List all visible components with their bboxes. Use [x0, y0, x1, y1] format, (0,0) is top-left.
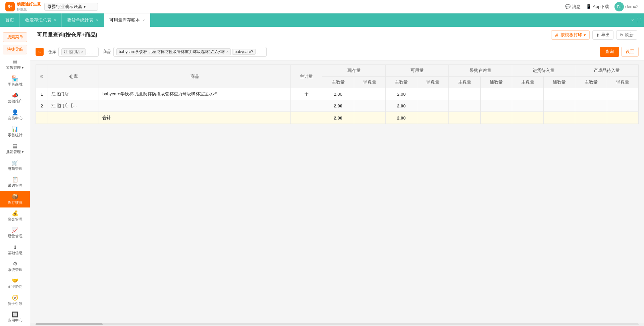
message-btn[interactable]: 💬 消息 — [565, 4, 581, 10]
export-btn[interactable]: ⬆ 导出 — [592, 30, 613, 40]
product-more[interactable]: ... — [257, 49, 263, 55]
warehouse-tag-close[interactable]: × — [81, 50, 83, 54]
row1-prodp-main — [575, 88, 607, 100]
filter-expand-btn[interactable]: » — [36, 48, 44, 56]
main-layout: 搜索菜单 快捷导航 ▤ 零售管理 ▾ 🏪 零售商城 📣 营销推广 👤 会员中心 … — [0, 27, 644, 326]
message-label: 消息 — [572, 4, 581, 10]
tab-order-stats-close[interactable]: × — [96, 18, 98, 22]
tab-available-ledger[interactable]: 可用量库存账本 × — [104, 13, 150, 27]
industry-selector[interactable]: 母婴行业演示账套 ▾ — [44, 3, 98, 11]
sidebar-item-app-center[interactable]: 🔲 应用中心 — [0, 309, 30, 325]
collab-icon: 🤝 — [12, 277, 18, 284]
row1-available-aux — [417, 88, 449, 100]
app-download-btn[interactable]: 📱 App下载 — [586, 4, 609, 10]
warehouse-more[interactable]: ... — [87, 49, 93, 55]
summary-pp-main — [512, 112, 543, 124]
sidebar-item-enterprise-collab[interactable]: 🤝 企业协同 — [0, 275, 30, 291]
scrollbar-thumb[interactable] — [36, 323, 103, 325]
sidebar-item-batch-mgmt[interactable]: ▤ 批发管理 ▾ — [0, 140, 30, 157]
tab-recv-summary[interactable]: 收发存汇总表 × — [20, 13, 62, 27]
app-center-icon: 🔲 — [12, 311, 18, 318]
tab-order-stats[interactable]: 要货单统计表 × — [62, 13, 104, 27]
logo-icon: 好 — [5, 2, 15, 11]
export-icon: ⬆ — [596, 33, 600, 38]
product-tag1-close[interactable]: × — [226, 50, 228, 54]
row2-unit — [291, 100, 322, 112]
sys-icon: ⚙ — [13, 261, 17, 267]
sidebar-item-basic-info[interactable]: ℹ 基础信息 — [0, 241, 30, 258]
summary-prodp-aux — [607, 112, 638, 124]
sidebar-item-retail-mgmt[interactable]: ▤ 零售管理 ▾ — [0, 56, 30, 73]
top-bar-left: 好 畅捷通好生意 标准版 母婴行业演示账套 ▾ — [5, 1, 98, 12]
sidebar-item-new-guide[interactable]: 🧭 新手引导 — [0, 292, 30, 309]
row1-pp-aux — [544, 88, 575, 100]
sidebar-item-inventory-check[interactable]: 📦 库存核算 — [0, 191, 30, 207]
refresh-label: 刷新 — [625, 32, 634, 38]
window-max-btn[interactable]: ⛶ — [637, 17, 641, 23]
setting-btn[interactable]: 设置 — [621, 47, 639, 57]
query-btn[interactable]: 查询 — [600, 47, 619, 57]
sidebar-search-area: 搜索菜单 — [0, 30, 30, 43]
tab-home-label: 首页 — [5, 17, 14, 23]
refresh-icon: ↻ — [620, 33, 624, 38]
search-menu-btn[interactable]: 搜索菜单 — [3, 32, 27, 42]
export-label: 导出 — [601, 32, 610, 38]
summary-pt-aux — [480, 112, 512, 124]
tab-recv-summary-close[interactable]: × — [54, 18, 56, 22]
sidebar-item-purchase-mgmt[interactable]: 📋 采购管理 — [0, 174, 30, 190]
template-print-btn[interactable]: 🖨 按模板打印 ▾ — [551, 30, 590, 40]
th-available-aux: 辅数量 — [417, 77, 449, 88]
user-area[interactable]: Ea demo2 — [614, 2, 639, 11]
warehouse-input[interactable]: 江北门店 × ... — [58, 47, 99, 57]
tab-order-stats-label: 要货单统计表 — [67, 17, 93, 23]
quick-nav-btn[interactable]: 快捷导航 — [3, 45, 27, 54]
message-icon: 💬 — [565, 4, 571, 9]
sidebar-item-sys-mgmt[interactable]: ⚙ 系统管理 — [0, 258, 30, 275]
product-filter: 商品 babycare学饮杯 儿童防摔防撞吸管杯重力球吸嘴杯宝宝水杯 × bab… — [103, 47, 267, 57]
sidebar-item-member-center[interactable]: 👤 会员中心 — [0, 106, 30, 123]
sidebar-item-retail-mall[interactable]: 🏪 零售商城 — [0, 73, 30, 89]
marketing-icon: 📣 — [12, 92, 18, 98]
th-purchase-pending-main: 主数量 — [512, 77, 543, 88]
row1-product: babycare学饮杯 儿童防摔防撞吸管杯重力球吸嘴杯宝宝水杯 — [99, 88, 291, 100]
product-tag2: babycare? — [232, 49, 256, 55]
row1-pt-aux — [480, 88, 512, 100]
th-product: 商品 — [99, 65, 291, 88]
row1-stock-aux — [354, 88, 385, 100]
row1-stock-main: 2.00 — [322, 88, 354, 100]
summary-empty3 — [291, 112, 322, 124]
refresh-btn[interactable]: ↻ 刷新 — [616, 30, 637, 40]
row1-available-main: 2.00 — [385, 88, 417, 100]
table-row: 1 江北门店 babycare学饮杯 儿童防摔防撞吸管杯重力球吸嘴杯宝宝水杯 个… — [36, 88, 639, 100]
sidebar-item-retail-stats[interactable]: 📊 零售统计 — [0, 123, 30, 140]
logo-text: 畅捷通好生意 标准版 — [17, 1, 41, 12]
summary-stock-main: 2.00 — [322, 112, 354, 124]
product-tag1: babycare学饮杯 儿童防摔防撞吸管杯重力球吸嘴杯宝宝水杯 × — [116, 48, 231, 55]
page-header: 可用量查询(按仓库+商品) 🖨 按模板打印 ▾ ⬆ 导出 ↻ 刷新 — [30, 27, 644, 43]
row2-pp-aux — [544, 100, 575, 112]
chevron-down-icon: ▾ — [84, 4, 86, 9]
gear-icon[interactable]: ⚙ — [40, 74, 44, 79]
tab-home[interactable]: 首页 — [0, 13, 20, 27]
product-input[interactable]: babycare学饮杯 儿童防摔防撞吸管杯重力球吸嘴杯宝宝水杯 × babyca… — [113, 47, 267, 57]
nav-spacer — [150, 13, 629, 27]
logo-title: 畅捷通好生意 — [17, 1, 41, 7]
window-close-btn[interactable]: × — [631, 17, 634, 23]
sidebar-item-ops-mgmt[interactable]: 📈 经营管理 — [0, 224, 30, 241]
th-purchase-transit-aux: 辅数量 — [480, 77, 512, 88]
tab-available-ledger-close[interactable]: × — [143, 18, 145, 22]
retail-mall-icon: 🏪 — [12, 75, 18, 82]
product-tag2-value: babycare? — [234, 49, 253, 54]
sidebar-item-marketing[interactable]: 📣 营销推广 — [0, 89, 30, 106]
inventory-icon: 📦 — [12, 193, 18, 200]
th-warehouse: 仓库 — [48, 65, 99, 88]
filter-bar: » 仓库 江北门店 × ... 商品 babycare学饮杯 儿童防摔防撞吸管杯… — [30, 43, 644, 60]
sidebar-item-finance-mgmt[interactable]: 💰 资金管理 — [0, 207, 30, 224]
chevron-down-icon: ▾ — [584, 33, 586, 38]
tab-available-ledger-label: 可用量库存账本 — [109, 17, 140, 23]
scrollbar-track[interactable] — [36, 323, 639, 325]
user-name: demo2 — [625, 4, 639, 9]
sidebar-item-ecom-mgmt[interactable]: 🛒 电商管理 — [0, 157, 30, 174]
page-actions: 🖨 按模板打印 ▾ ⬆ 导出 ↻ 刷新 — [551, 30, 637, 40]
ops-icon: 📈 — [12, 227, 18, 233]
